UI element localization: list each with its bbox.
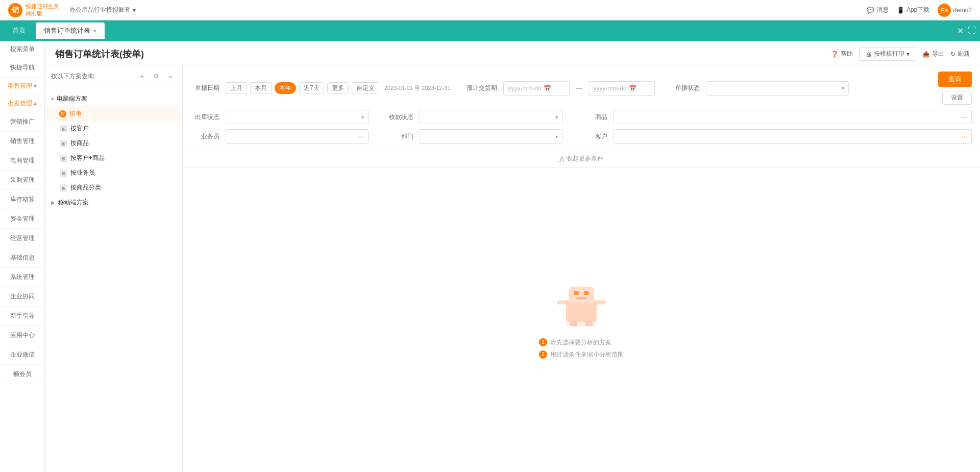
- tab-sales-order[interactable]: 销售订单统计表 ×: [36, 22, 105, 39]
- empty-illustration: [551, 279, 612, 330]
- message-btn[interactable]: 💬 消息: [867, 6, 889, 14]
- department-select[interactable]: ▾: [420, 129, 562, 144]
- date-btn-custom[interactable]: 自定义: [352, 82, 379, 94]
- workspace-selector[interactable]: 办公用品行业模拟账套 ▾: [69, 6, 136, 14]
- product-select[interactable]: ···: [614, 110, 972, 124]
- date-btn-last-month[interactable]: 上月: [226, 82, 247, 94]
- tab-bar: 首页 销售订单统计表 × ✕ ⛶: [0, 20, 980, 41]
- collapse-panel-btn[interactable]: «: [165, 70, 176, 82]
- shipping-label: 出库状态: [191, 113, 219, 122]
- export-icon: 📤: [922, 51, 930, 58]
- svg-rect-14: [584, 291, 589, 295]
- collapse-bar[interactable]: ⋀ 收起更多条件: [183, 150, 980, 168]
- expected-date-start[interactable]: yyyy-mm-dd 📅: [503, 81, 570, 96]
- date-btn-this-month[interactable]: 本月: [250, 82, 272, 94]
- tree-node-by-order[interactable]: 按 按单: [45, 106, 182, 121]
- sidebar-item-sales-mgmt[interactable]: 销售管理: [0, 132, 44, 151]
- avatar: Ea: [938, 4, 951, 17]
- tree-area: ▾ 电脑端方案 按 按单 按 按客户: [45, 87, 182, 472]
- sidebar-item-app-center[interactable]: 应用中心: [0, 326, 44, 345]
- date-btn-last-7days[interactable]: 近7天: [299, 82, 324, 94]
- product-label: 商品: [579, 113, 607, 122]
- staff-select[interactable]: ···: [226, 129, 369, 144]
- sidebar-item-enterprise[interactable]: 企业协同: [0, 287, 44, 306]
- sidebar-item-wholesale[interactable]: 批发管理 ▴: [0, 95, 44, 112]
- sidebar-item-basic[interactable]: 基础信息: [0, 248, 44, 268]
- sidebar-item-corp-wechat[interactable]: 企业微信: [0, 345, 44, 365]
- logo-icon: 销: [8, 3, 22, 17]
- print-btn[interactable]: 🖨 按模板打印 ▾: [859, 47, 916, 61]
- page-actions: ❓ 帮助 🖨 按模板打印 ▾ 📤 导出 ↻ 刷新: [831, 47, 970, 61]
- help-btn[interactable]: ❓ 帮助: [831, 50, 853, 58]
- tree-node-by-category[interactable]: 按 按商品分类: [45, 180, 182, 195]
- tree-node-pc[interactable]: ▾ 电脑端方案: [45, 91, 182, 106]
- message-icon: 💬: [867, 7, 874, 14]
- logo-area: 销 畅捷通好生意 标准版: [8, 3, 59, 17]
- expected-date-end[interactable]: yyyy-mm-dd 📅: [589, 81, 655, 96]
- sidebar-item-quick-nav[interactable]: 快捷导航: [0, 58, 44, 78]
- svg-rect-18: [570, 321, 577, 326]
- top-bar-right: 💬 消息 📱 App下载 Ea demo2: [867, 4, 972, 17]
- settings-scheme-btn[interactable]: ⚙: [151, 70, 162, 82]
- page-title: 销售订单统计表(按单): [55, 48, 144, 60]
- tab-bar-actions: ✕ ⛶: [957, 26, 976, 36]
- refresh-btn[interactable]: ↻ 刷新: [950, 50, 970, 58]
- export-btn[interactable]: 📤 导出: [922, 50, 944, 58]
- app-download-btn[interactable]: 📱 App下载: [897, 6, 929, 14]
- content-area: 销售订单统计表(按单) ❓ 帮助 🖨 按模板打印 ▾ 📤 导出 ↻ 刷新: [45, 41, 980, 472]
- svg-rect-16: [557, 300, 567, 304]
- date-btn-this-year[interactable]: 本年: [275, 82, 296, 94]
- date-btn-more[interactable]: 更多: [327, 82, 349, 94]
- svg-text:按: 按: [62, 172, 65, 175]
- sidebar-item-finance[interactable]: 资金管理: [0, 209, 44, 229]
- svg-rect-19: [585, 321, 593, 326]
- sidebar-item-purchase[interactable]: 采购管理: [0, 171, 44, 190]
- sidebar-item-operations[interactable]: 经营管理: [0, 229, 44, 248]
- close-window-btn[interactable]: ✕: [957, 26, 964, 36]
- setting-btn[interactable]: 设置: [942, 91, 972, 105]
- chevron-down-icon: ▾: [842, 85, 844, 91]
- top-bar-left: 销 畅捷通好生意 标准版 办公用品行业模拟账套 ▾: [8, 3, 136, 17]
- top-bar: 销 畅捷通好生意 标准版 办公用品行业模拟账套 ▾ 💬 消息 📱 App下载 E…: [0, 0, 980, 20]
- tab-close-btn[interactable]: ×: [93, 28, 96, 34]
- right-panel: 单据日期 上月 本月 本年 近7天 更多 自定义 2023-01-01 至 20…: [183, 65, 980, 472]
- filter-bar: 单据日期 上月 本月 本年 近7天 更多 自定义 2023-01-01 至 20…: [183, 65, 980, 150]
- empty-hint-2: 2 用过滤条件来缩小分析范围: [539, 348, 624, 361]
- expected-date-label: 预计交货期: [467, 84, 497, 92]
- status-select[interactable]: ▾: [706, 81, 849, 96]
- payment-select[interactable]: ▾: [420, 110, 562, 124]
- sidebar-item-member[interactable]: 畅会员: [0, 365, 44, 384]
- empty-text: 1 请先选择要分析的方案 2 用过滤条件来缩小分析范围: [539, 336, 624, 361]
- shipping-select[interactable]: ▾: [226, 110, 369, 124]
- more-dots-icon: ···: [961, 113, 967, 121]
- empty-state: 1 请先选择要分析的方案 2 用过滤条件来缩小分析范围: [183, 168, 980, 472]
- sidebar-item-system[interactable]: 系统管理: [0, 268, 44, 287]
- tree-node-by-customer-product[interactable]: 按 按客户+商品: [45, 151, 182, 166]
- main-layout: 搜索菜单 快捷导航 零售管理 ▾ 批发管理 ▴ 营销推广 销售管理 电商管理 采…: [0, 41, 980, 472]
- sidebar-item-onboarding[interactable]: 新手引导: [0, 306, 44, 326]
- tree-node-by-customer[interactable]: 按 按客户: [45, 121, 182, 136]
- tab-home[interactable]: 首页: [4, 22, 34, 39]
- department-label: 部门: [385, 132, 413, 141]
- sidebar-item-marketing[interactable]: 营销推广: [0, 112, 44, 132]
- user-info[interactable]: Ea demo2: [938, 4, 972, 17]
- tree-node-mobile[interactable]: ▶ 移动端方案: [45, 195, 182, 210]
- sidebar-item-ecommerce[interactable]: 电商管理: [0, 151, 44, 171]
- sidebar: 搜索菜单 快捷导航 零售管理 ▾ 批发管理 ▴ 营销推广 销售管理 电商管理 采…: [0, 41, 45, 472]
- date-buttons: 上月 本月 本年 近7天 更多 自定义 2023-01-01 至 2023-12…: [226, 82, 450, 94]
- filter-row-1: 单据日期 上月 本月 本年 近7天 更多 自定义 2023-01-01 至 20…: [191, 72, 972, 105]
- tree-node-by-staff[interactable]: 按 按业务员: [45, 166, 182, 180]
- filter-row-3: 业务员 ··· 部门 ▾ 客户: [191, 129, 972, 144]
- tree-node-by-product[interactable]: 按 按商品: [45, 136, 182, 151]
- sidebar-item-inventory[interactable]: 库存核算: [0, 190, 44, 209]
- sidebar-item-retail[interactable]: 零售管理 ▾: [0, 78, 44, 95]
- customer-select[interactable]: ···: [614, 129, 972, 144]
- page-header: 销售订单统计表(按单) ❓ 帮助 🖨 按模板打印 ▾ 📤 导出 ↻ 刷新: [45, 41, 980, 65]
- add-scheme-btn[interactable]: +: [136, 70, 148, 82]
- expand-window-btn[interactable]: ⛶: [968, 26, 976, 35]
- sidebar-search[interactable]: 搜索菜单: [0, 41, 44, 58]
- collapse-text: ⋀ 收起更多条件: [187, 154, 976, 163]
- query-btn[interactable]: 查询: [938, 72, 972, 87]
- svg-rect-17: [596, 300, 606, 304]
- tree-item-icon: 按: [59, 110, 66, 117]
